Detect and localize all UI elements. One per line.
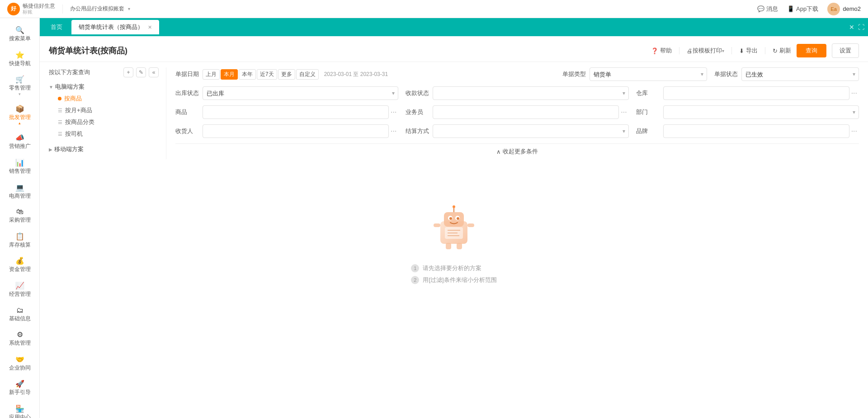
brand-input[interactable] <box>663 124 849 138</box>
product-dots[interactable]: ··· <box>389 108 398 116</box>
scheme-section-mobile: ▶ 移动端方案 <box>49 143 159 155</box>
finance-icon: 💰 <box>15 256 24 265</box>
doc-status-field: 单据状态 已生效 <box>714 67 859 81</box>
message-action[interactable]: 💬 消息 <box>757 5 778 13</box>
scheme-item-by-category[interactable]: ☰ 按商品分类 <box>49 116 159 128</box>
sidebar-item-purchase[interactable]: 🛍 采购管理 <box>2 204 38 228</box>
sub-scheme-icon3: ☰ <box>58 131 62 137</box>
sidebar-item-sales[interactable]: 📊 销售管理 <box>2 155 38 179</box>
svg-rect-10 <box>446 243 451 249</box>
dept-select[interactable] <box>663 105 859 119</box>
print-dropdown-icon[interactable]: ▾ <box>722 48 724 53</box>
wholesale-icon: 📦 <box>15 104 24 113</box>
quick-nav-icon: ⭐ <box>15 51 24 59</box>
sidebar-item-operation[interactable]: 📈 经营管理 <box>2 278 38 302</box>
empty-tip-1: 1 请先选择要分析的方案 <box>411 264 496 272</box>
receive-status-field: 收款状态 <box>406 86 628 100</box>
app-download-action[interactable]: 📱 App下载 <box>787 5 818 13</box>
settings-button[interactable]: 设置 <box>832 43 859 58</box>
staff-input[interactable] <box>433 105 619 119</box>
help-button[interactable]: ❓ 帮助 <box>651 47 672 55</box>
date-btn-last-month[interactable]: 上月 <box>203 69 220 80</box>
system-icon: ⚙ <box>17 330 23 339</box>
date-btn-more[interactable]: 更多 <box>278 69 295 80</box>
out-status-field: 出库状态 已出库 <box>175 86 398 100</box>
filter-form: 单据日期 上月 本月 本年 近7天 更多 自定义 <box>166 67 859 159</box>
out-status-select[interactable]: 已出库 <box>203 86 398 100</box>
product-input[interactable] <box>203 105 389 119</box>
sidebar-item-search-menu[interactable]: 🔍 搜索菜单 <box>2 22 38 46</box>
sidebar-item-guide[interactable]: 🚀 新手引导 <box>2 376 38 400</box>
collapse-row: ∧ 收起更多条件 <box>175 143 859 159</box>
scheme-collapse-button[interactable]: « <box>149 67 159 77</box>
sidebar-item-marketing[interactable]: 📣 营销推广 <box>2 130 38 154</box>
print-button[interactable]: 🖨 按模板打印 ▾ <box>687 47 724 55</box>
settlement-select[interactable] <box>433 124 628 138</box>
date-btn-this-month[interactable]: 本月 <box>221 69 238 80</box>
empty-state: 1 请先选择要分析的方案 2 用[过滤]条件来缩小分析范围 <box>40 165 868 324</box>
tab-sales-stats[interactable]: 销货单统计表（按商品） ✕ <box>71 20 159 34</box>
sidebar-item-basic[interactable]: 🗂 基础信息 <box>2 303 38 326</box>
date-range: 2023-03-01 至 2023-03-31 <box>324 71 388 78</box>
receiver-dots[interactable]: ··· <box>389 127 398 135</box>
query-button[interactable]: 查询 <box>797 44 826 57</box>
dept-field: 部门 <box>636 105 859 119</box>
scheme-panel: 按以下方案查询 + ✎ « ▼ 电脑端方案 <box>49 67 166 159</box>
scheme-item-by-driver[interactable]: ☰ 按司机 <box>49 128 159 140</box>
warehouse-input[interactable] <box>663 86 849 100</box>
warehouse-dots[interactable]: ··· <box>849 89 859 97</box>
settlement-field: 结算方式 <box>406 124 628 138</box>
brand-dots[interactable]: ··· <box>849 127 859 135</box>
apps-icon: 🏪 <box>15 404 24 413</box>
doc-status-select[interactable]: 已生效 <box>741 67 859 81</box>
sidebar-item-inventory[interactable]: 📋 库存核算 <box>2 228 38 252</box>
receiver-input[interactable] <box>203 124 389 138</box>
date-filter: 上月 本月 本年 近7天 更多 自定义 2023-03-01 至 2023-03… <box>203 69 555 80</box>
tab-home[interactable]: 首页 <box>43 20 70 34</box>
main-layout: 🔍 搜索菜单 ⭐ 快捷导航 🛒 零售管理 ▾ 📦 批发管理 ▴ 📣 营销推广 <box>0 18 868 418</box>
scheme-section-mobile-header[interactable]: ▶ 移动端方案 <box>49 143 159 155</box>
help-icon: ❓ <box>651 48 658 54</box>
date-btn-custom[interactable]: 自定义 <box>296 69 319 80</box>
collapse-button[interactable]: ∧ 收起更多条件 <box>496 147 538 156</box>
sidebar-item-system[interactable]: ⚙ 系统管理 <box>2 327 38 351</box>
sub-scheme-icon2: ☰ <box>58 119 62 125</box>
logo-text: 畅捷信好生意 标账 <box>23 3 55 15</box>
app-title-dropdown[interactable]: ▾ <box>128 6 130 11</box>
tab-window-maximize[interactable]: ⛶ <box>858 24 864 31</box>
date-btn-this-year[interactable]: 本年 <box>239 69 256 80</box>
desktop-section-arrow: ▼ <box>49 85 53 90</box>
export-button[interactable]: ⬇ 导出 <box>739 47 758 55</box>
scheme-add-button[interactable]: + <box>123 67 133 77</box>
sidebar-item-ecommerce[interactable]: 💻 电商管理 <box>2 180 38 204</box>
empty-illustration <box>427 201 481 255</box>
date-btn-7days[interactable]: 近7天 <box>257 69 277 80</box>
sidebar-item-enterprise[interactable]: 🤝 企业协同 <box>2 352 38 375</box>
dept-select-wrapper <box>663 105 859 119</box>
staff-dots[interactable]: ··· <box>619 108 628 116</box>
sidebar-item-finance[interactable]: 💰 资金管理 <box>2 253 38 277</box>
user-name: demo2 <box>843 5 861 12</box>
scheme-edit-button[interactable]: ✎ <box>136 67 146 77</box>
sidebar-item-retail[interactable]: 🛒 零售管理 ▾ <box>2 71 38 100</box>
sales-icon: 📊 <box>15 158 24 167</box>
sidebar-item-apps[interactable]: 🏪 应用中心 <box>2 401 38 418</box>
tab-window-close[interactable]: ✕ <box>849 24 854 31</box>
receive-status-select[interactable] <box>433 86 628 100</box>
refresh-icon: ↻ <box>773 48 778 54</box>
top-bar-right: 💬 消息 📱 App下载 Ea demo2 <box>757 3 861 15</box>
enterprise-icon: 🤝 <box>15 355 24 364</box>
svg-rect-11 <box>457 243 462 249</box>
refresh-button[interactable]: ↻ 刷新 <box>773 47 791 55</box>
sidebar-item-quick-nav[interactable]: ⭐ 快捷导航 <box>2 47 38 71</box>
doc-type-select[interactable]: 销货单 <box>590 67 707 81</box>
tab-close-icon[interactable]: ✕ <box>148 24 152 30</box>
scheme-item-by-product[interactable]: 按商品 <box>49 93 159 104</box>
scheme-section-desktop-header[interactable]: ▼ 电脑端方案 <box>49 81 159 93</box>
tab-home-label: 首页 <box>51 23 62 31</box>
avatar: Ea <box>827 3 840 15</box>
sidebar-item-wholesale[interactable]: 📦 批发管理 ▴ <box>2 101 38 129</box>
tab-sales-stats-label: 销货单统计表（按商品） <box>79 23 143 31</box>
scheme-item-by-month-product[interactable]: ☰ 按月+商品 <box>49 104 159 116</box>
user-area[interactable]: Ea demo2 <box>827 3 861 15</box>
